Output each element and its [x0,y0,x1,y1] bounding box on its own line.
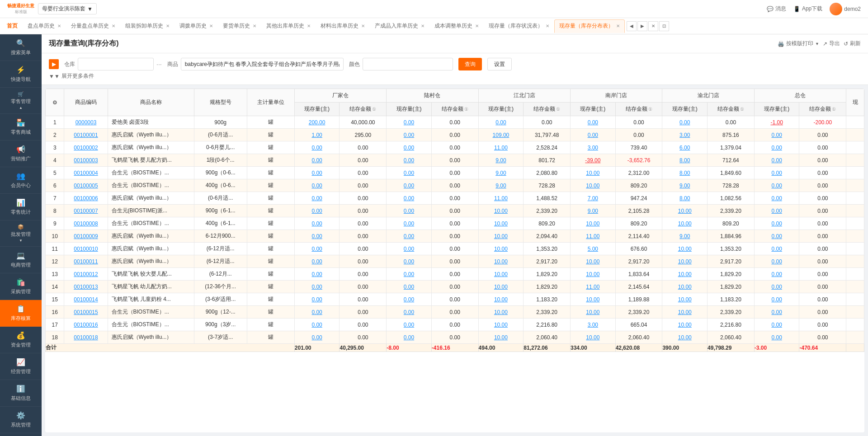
qty-link[interactable]: 0.00 [404,284,414,290]
tab-product-in[interactable]: 产成品入库单历史 ✕ [370,19,429,33]
sidebar-item-retail-stats[interactable]: 📊 零售统计 [0,194,42,220]
qty-link[interactable]: 10.00 [586,271,599,277]
qty-link[interactable]: 10.00 [678,271,692,277]
qty-link[interactable]: 0.00 [404,157,414,164]
close-icon[interactable]: ✕ [546,23,549,28]
tab-next-btn[interactable]: ▶ [637,21,647,31]
qty-link[interactable]: 0.00 [311,309,322,315]
qty-link[interactable]: 0.00 [771,334,782,341]
qty-link[interactable]: 0.00 [771,309,782,315]
info-icon[interactable]: ① [556,107,560,112]
product-code-link[interactable]: 00100005 [74,183,98,189]
qty-link[interactable]: 0.00 [771,322,782,328]
qty-link[interactable]: 0.00 [771,246,782,252]
warehouse-input[interactable] [78,58,154,70]
qty-link[interactable]: 9.00 [679,233,690,239]
qty-link[interactable]: 5.00 [588,246,598,252]
sidebar-item-purchase[interactable]: 🛍️ 采购管理 [0,273,42,300]
color-input[interactable] [363,58,453,70]
product-code-link[interactable]: 00100007 [74,208,98,214]
product-code-link[interactable]: 00100016 [74,322,98,328]
sidebar-item-retail-mgmt[interactable]: 🛒 零售管理 ▲ [0,88,42,114]
sidebar-item-base-info[interactable]: ℹ️ 基础信息 [0,380,42,407]
qty-link[interactable]: 0.00 [311,334,322,341]
qty-link[interactable]: 10.00 [586,334,599,341]
info-icon[interactable]: ① [832,107,836,112]
product-code-link[interactable]: 00100004 [74,170,98,176]
qty-link[interactable]: 0.00 [311,258,322,265]
qty-link[interactable]: 0.00 [588,119,598,126]
qty-link[interactable]: 10.00 [586,309,599,315]
app-download-btn[interactable]: 📱 App下载 [793,5,822,13]
close-icon[interactable]: ✕ [166,23,170,28]
print-btn[interactable]: 🖨️ 按模版打印 ▼ [778,40,819,47]
qty-link[interactable]: 0.00 [404,119,414,126]
qty-link[interactable]: 0.00 [311,145,322,151]
qty-link[interactable]: 0.00 [404,271,414,277]
close-icon[interactable]: ✕ [421,23,425,28]
qty-link[interactable]: 10.00 [494,296,508,303]
query-btn[interactable]: 查询 [458,58,482,70]
sidebar-item-retail-shop[interactable]: 🏪 零售商城 [0,114,42,141]
qty-link[interactable]: 0.00 [404,195,414,202]
qty-link[interactable]: 0.00 [771,183,782,189]
product-code-link[interactable]: 00100006 [74,195,98,202]
qty-link[interactable]: 0.00 [588,132,598,138]
qty-link[interactable]: 0.00 [679,119,690,126]
sidebar-item-system[interactable]: ⚙️ 系统管理 [0,407,42,433]
qty-link[interactable]: 3.00 [679,132,690,138]
product-code-link[interactable]: 00100014 [74,296,98,303]
tab-sub-inventory[interactable]: 分量盘点单历史 ✕ [66,19,120,33]
tab-cost-adjust[interactable]: 成本调整单历史 ✕ [429,19,484,33]
qty-link[interactable]: 0.00 [404,246,414,252]
close-icon[interactable]: ✕ [57,23,61,28]
close-icon[interactable]: ✕ [475,23,479,28]
qty-link[interactable]: 0.00 [311,246,322,252]
product-code-link[interactable]: 00100003 [74,157,98,164]
qty-link[interactable]: 10.00 [586,296,599,303]
th-gear[interactable]: ⚙ [46,89,64,116]
qty-link[interactable]: 0.00 [404,334,414,341]
tab-other-out[interactable]: 其他出库单历史 ✕ [261,19,316,33]
product-code-link[interactable]: 00100013 [74,284,98,290]
qty-link[interactable]: 0.00 [404,183,414,189]
qty-link[interactable]: 9.00 [588,208,598,214]
qty-link[interactable]: 0.00 [311,157,322,164]
qty-link[interactable]: 200.00 [309,119,326,126]
product-code-link[interactable]: 00100012 [74,271,98,277]
qty-link[interactable]: 0.00 [404,220,414,227]
qty-link[interactable]: -39.00 [585,157,600,164]
sidebar-item-member[interactable]: 👥 会员中心 [0,167,42,194]
expand-conditions-btn[interactable]: ▼▼ 展开更多条件 [49,72,861,80]
qty-link[interactable]: 0.00 [404,233,414,239]
close-icon[interactable]: ✕ [307,23,311,28]
product-code-link[interactable]: 00100001 [74,132,98,138]
qty-link[interactable]: 10.00 [494,334,508,341]
sidebar-item-quick-nav[interactable]: ⚡ 快捷导航 [0,61,42,88]
close-icon[interactable]: ✕ [616,23,620,28]
product-code-link[interactable]: 00100008 [74,220,98,227]
qty-link[interactable]: 0.00 [311,220,322,227]
qty-link[interactable]: 9.00 [679,183,690,189]
qty-link[interactable]: 10.00 [678,208,692,214]
qty-link[interactable]: 0.00 [495,119,506,126]
qty-link[interactable]: 10.00 [494,246,508,252]
qty-link[interactable]: 0.00 [311,322,322,328]
qty-link[interactable]: 0.00 [311,195,322,202]
qty-link[interactable]: 10.00 [494,220,508,227]
qty-link[interactable]: 10.00 [678,220,692,227]
tab-assembly[interactable]: 组装拆卸单历史 ✕ [120,19,175,33]
qty-link[interactable]: 11.00 [494,195,508,202]
qty-link[interactable]: 0.00 [771,170,782,176]
qty-link[interactable]: 3.00 [588,322,598,328]
user-area[interactable]: demo2 [830,3,861,15]
qty-link[interactable]: 0.00 [771,145,782,151]
qty-link[interactable]: 10.00 [494,233,508,239]
qty-link[interactable]: 0.00 [404,145,414,151]
qty-link[interactable]: 0.00 [311,208,322,214]
qty-link[interactable]: 10.00 [494,322,508,328]
qty-link[interactable]: 10.00 [494,309,508,315]
setting-btn[interactable]: 设置 [487,58,512,70]
close-icon[interactable]: ✕ [112,23,115,28]
qty-link[interactable]: 0.00 [404,322,414,328]
